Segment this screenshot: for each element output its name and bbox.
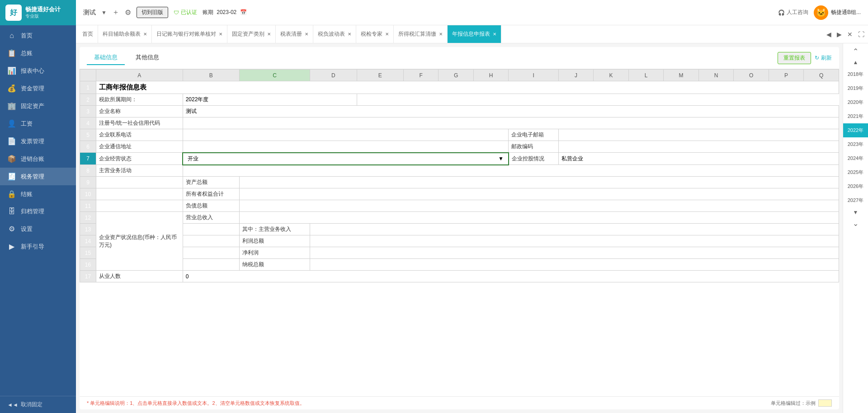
sidebar-item-purchase[interactable]: 📦 进销台账 [0, 150, 76, 168]
sidebar-item-settings[interactable]: ⚙ 设置 [0, 220, 76, 238]
tab-5[interactable]: 税负波动表✕ [313, 25, 356, 43]
example-cell [818, 399, 832, 407]
tabbar: 首页科目辅助余额表✕日记账与银行对账单核对✕固定资产类别✕税表清册✕税负波动表✕… [76, 25, 868, 43]
tab-close-4[interactable]: ✕ [305, 32, 308, 37]
year-item-2027年[interactable]: 2027年 [843, 193, 868, 207]
row-9-value[interactable] [239, 177, 839, 188]
sidebar-item-ledger[interactable]: 📋 总账 [0, 44, 76, 62]
tab-1[interactable]: 科目辅助余额表✕ [98, 25, 152, 43]
tab-7[interactable]: 所得税汇算清缴✕ [394, 25, 448, 43]
sidebar-item-asset[interactable]: 🏢 固定资产 [0, 97, 76, 115]
year-item-2026年[interactable]: 2026年 [843, 179, 868, 193]
sidebar-item-guide[interactable]: ▶ 新手引导 [0, 238, 76, 255]
year-item-2024年[interactable]: 2024年 [843, 151, 868, 165]
tab-label-2: 日记账与银行对账单核对 [156, 30, 216, 38]
sidebar-item-tax[interactable]: 🧾 税务管理 [0, 168, 76, 185]
row-17-value[interactable]: 0 [183, 271, 839, 282]
tab-6[interactable]: 税检专家✕ [356, 25, 394, 43]
spreadsheet-wrapper[interactable]: ABCDEFGHIJKLMNOPQ 1工商年报信息表2税款所属期间：2022年度… [80, 69, 839, 396]
year-item-2020年[interactable]: 2020年 [843, 95, 868, 109]
refresh-button[interactable]: ↻ 刷新 [815, 54, 832, 62]
year-item-2018年[interactable]: 2018年 [843, 67, 868, 81]
year-up-button[interactable]: ⌃ [843, 45, 868, 57]
row-15-value[interactable] [310, 247, 839, 259]
year-item-2021年[interactable]: 2021年 [843, 109, 868, 123]
row-8-value[interactable] [183, 165, 839, 177]
year-scroll-down-button[interactable]: ▼ [843, 207, 868, 217]
tab-expand-button[interactable]: ⛶ [856, 31, 866, 38]
sidebar-label-wage: 工资 [21, 120, 33, 128]
tab-label-8: 年报信息申报表 [452, 30, 490, 38]
row-5-right-value[interactable] [558, 129, 839, 141]
sheet-tab-0[interactable]: 基础信息 [87, 51, 125, 65]
tab-0[interactable]: 首页 [78, 25, 98, 43]
tab-4[interactable]: 税表清册✕ [276, 25, 313, 43]
tab-close-all-button[interactable]: ✕ [845, 31, 854, 38]
row-6-right-value[interactable] [558, 141, 839, 153]
tab-close-8[interactable]: ✕ [493, 32, 496, 37]
tab-label-3: 固定资产类别 [232, 30, 264, 38]
col-header-C: C [239, 70, 310, 81]
row-13-value[interactable] [310, 224, 839, 235]
col-header-O: O [734, 70, 769, 81]
topbar-add-btn[interactable]: ＋ [112, 8, 119, 17]
row-7-dropdown[interactable]: 开业▼ [183, 153, 509, 165]
row-8-label: 主营业务活动 [96, 165, 183, 177]
switch-old-version-button[interactable]: 切到旧版 [137, 7, 168, 18]
reset-report-button[interactable]: 重置报表 [778, 52, 811, 64]
table-row: 1工商年报信息表 [80, 81, 839, 94]
user-menu-button[interactable]: 🐱 畅捷通B组... [814, 5, 861, 20]
pin-icon: ◄◄ [7, 402, 18, 408]
sidebar-item-report[interactable]: 📊 报表中心 [0, 62, 76, 80]
tab-prev-button[interactable]: ◀ [825, 31, 833, 38]
year-scroll-up-button[interactable]: ▲ [843, 57, 868, 67]
year-item-2022年[interactable]: 2022年 [843, 123, 868, 137]
tab-next-button[interactable]: ▶ [835, 31, 844, 38]
row-number: 17 [80, 271, 96, 282]
row-10-value[interactable] [239, 188, 839, 200]
sidebar-item-archive[interactable]: 🗄 归档管理 [0, 203, 76, 220]
sidebar-label-fund: 资金管理 [21, 84, 44, 93]
tab-close-6[interactable]: ✕ [385, 32, 389, 37]
row-3-value[interactable]: 测试 [183, 106, 839, 117]
row-11-value[interactable] [239, 200, 839, 212]
topbar-settings-btn[interactable]: ⚙ [125, 8, 131, 17]
row-2-value[interactable]: 2022年度 [183, 94, 357, 106]
row-6-value[interactable] [183, 141, 509, 153]
row-12-value[interactable] [239, 212, 839, 224]
calendar-icon[interactable]: 📅 [240, 9, 247, 15]
row-5-value[interactable] [183, 129, 509, 141]
sheet-tab-1[interactable]: 其他信息 [128, 51, 166, 65]
sidebar-item-wage[interactable]: 👤 工资 [0, 115, 76, 132]
sidebar: 好 畅捷通好会计 专业版 ⌂ 首页📋 总账📊 报表中心💰 资金管理🏢 固定资产👤… [0, 0, 76, 413]
topbar-module-title: 测试 [83, 9, 96, 17]
sidebar-item-invoice[interactable]: 📄 发票管理 [0, 132, 76, 150]
sidebar-item-close[interactable]: 🔒 结账 [0, 185, 76, 203]
tab-close-5[interactable]: ✕ [348, 32, 351, 37]
col-header-A: A [96, 70, 183, 81]
row-number: 9 [80, 177, 96, 188]
row-16-value[interactable] [310, 259, 839, 271]
year-item-2025年[interactable]: 2025年 [843, 165, 868, 179]
customer-service-button[interactable]: 🎧 人工咨询 [778, 9, 808, 16]
tab-close-1[interactable]: ✕ [143, 32, 147, 37]
row-number: 6 [80, 141, 96, 153]
topbar-dropdown-btn[interactable]: ▼ [101, 9, 107, 16]
year-item-2019年[interactable]: 2019年 [843, 81, 868, 95]
sidebar-icon-report: 📊 [7, 66, 16, 75]
sidebar-item-home[interactable]: ⌂ 首页 [0, 27, 76, 44]
row-4-value[interactable] [183, 117, 839, 129]
tab-close-2[interactable]: ✕ [219, 32, 222, 37]
cancel-fix-button[interactable]: ◄◄ 取消固定 [7, 401, 69, 408]
tab-2[interactable]: 日记账与银行对账单核对✕ [152, 25, 227, 43]
year-down-button[interactable]: ⌄ [843, 217, 868, 230]
tab-8[interactable]: 年报信息申报表✕ [448, 25, 501, 43]
row-14-col-a [183, 235, 239, 247]
tab-close-3[interactable]: ✕ [267, 32, 271, 37]
row-14-value[interactable] [310, 235, 839, 247]
sidebar-item-fund[interactable]: 💰 资金管理 [0, 80, 76, 97]
tab-3[interactable]: 固定资产类别✕ [227, 25, 276, 43]
app-logo-icon: 好 [5, 5, 22, 21]
year-item-2023年[interactable]: 2023年 [843, 137, 868, 151]
tab-close-7[interactable]: ✕ [439, 32, 443, 37]
